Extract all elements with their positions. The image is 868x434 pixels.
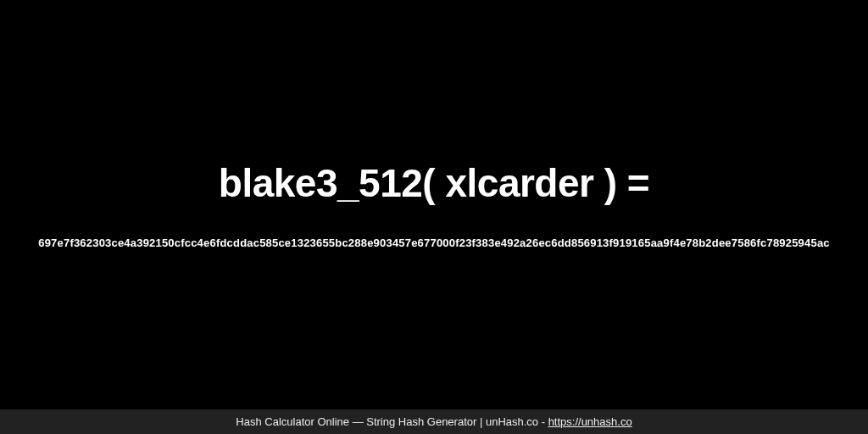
main-content: blake3_512( xlcarder ) = 697e7f362303ce4… (0, 0, 868, 409)
hash-expression: blake3_512( xlcarder ) = (219, 160, 649, 206)
footer-text: Hash Calculator Online — String Hash Gen… (236, 415, 548, 428)
hash-output-value: 697e7f362303ce4a392150cfcc4e6fdcddac585c… (38, 236, 830, 249)
footer-link[interactable]: https://unhash.co (548, 415, 632, 428)
footer-bar: Hash Calculator Online — String Hash Gen… (0, 409, 868, 434)
